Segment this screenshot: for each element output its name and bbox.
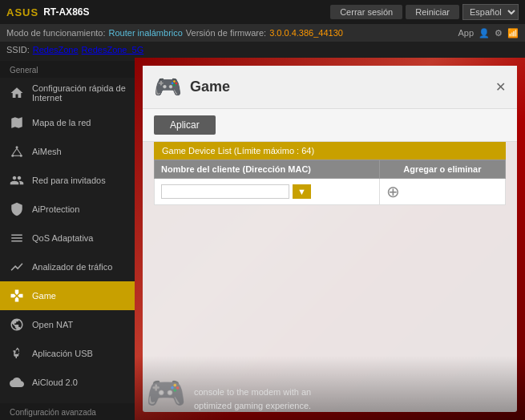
mac-input-cell: ▼ xyxy=(155,179,380,205)
mac-address-input[interactable] xyxy=(161,184,289,199)
sidebar-item-mapa-red[interactable]: Mapa de la red xyxy=(0,108,135,137)
sidebar-item-game[interactable]: Game xyxy=(0,281,135,310)
content-area: 🎮 Game ✕ Aplicar Game Device List (Límit… xyxy=(135,58,525,420)
device-list-header: Game Device List (Límite máximo : 64) xyxy=(154,142,506,160)
sidebar-item-qos[interactable]: QoS Adaptativa xyxy=(0,224,135,252)
bg-text-line1: console to the modem with an xyxy=(194,386,311,399)
table-header-row: Nombre del cliente (Dirección MAC) Agreg… xyxy=(155,160,506,179)
mesh-icon xyxy=(8,143,26,160)
mac-input-row: ▼ xyxy=(161,184,373,199)
controller-bg-icon: 🎮 xyxy=(146,374,186,412)
traffic-icon xyxy=(8,258,26,276)
sidebar-item-aicloud[interactable]: AiCloud 2.0 xyxy=(0,368,135,397)
guests-icon xyxy=(8,172,26,189)
svg-line-4 xyxy=(17,148,21,155)
mode-label: Modo de funcionamiento: xyxy=(6,28,106,38)
sidebar-label-aplicacion-usb: Aplicación USB xyxy=(32,349,93,358)
sidebar-label-open-nat: Open NAT xyxy=(32,320,73,329)
qos-icon xyxy=(8,229,26,247)
game-panel-close-button[interactable]: ✕ xyxy=(495,81,506,94)
logout-button[interactable]: Cerrar sesión xyxy=(330,5,402,19)
mode-value[interactable]: Router inalámbrico xyxy=(109,28,183,38)
top-bar-buttons: Cerrar sesión Reiniciar Español xyxy=(330,4,519,20)
svg-line-3 xyxy=(13,148,17,155)
game-panel-header: 🎮 Game ✕ xyxy=(143,66,517,109)
sidebar-label-aimesh: AiMesh xyxy=(32,147,62,156)
cloud-icon xyxy=(8,374,26,391)
plus-circle-icon: ⊕ xyxy=(386,182,400,201)
sidebar-label-aiprotection: AiProtection xyxy=(32,204,79,214)
firmware-value: 3.0.0.4.386_44130 xyxy=(269,28,343,38)
firmware-label: Versión de firmware: xyxy=(186,28,266,38)
sidebar-label-mapa-red: Mapa de la red xyxy=(32,118,91,127)
sidebar: General Configuración rápida de Internet… xyxy=(0,58,135,420)
bg-text-line2: optimized gaming experience. xyxy=(194,399,311,413)
ssid1-link[interactable]: RedesZone xyxy=(33,45,79,55)
game-panel-icon: 🎮 xyxy=(154,74,182,100)
game-icon xyxy=(8,287,26,305)
col-action: Agregar o eliminar xyxy=(379,160,505,179)
logo-area: ASUS RT-AX86S xyxy=(6,6,89,18)
nat-icon xyxy=(8,316,26,333)
table-row: ▼ ⊕ xyxy=(155,179,506,205)
info-bar: Modo de funcionamiento: Router inalámbri… xyxy=(0,24,525,42)
shield-icon xyxy=(8,200,26,218)
sidebar-item-analizador-trafico[interactable]: Analizador de tráfico xyxy=(0,252,135,281)
ssid2-link[interactable]: RedesZone_5G xyxy=(82,45,144,55)
sidebar-item-aplicacion-usb[interactable]: Aplicación USB xyxy=(0,339,135,368)
col-name: Nombre del cliente (Dirección MAC) xyxy=(155,160,380,179)
device-table: Nombre del cliente (Dirección MAC) Agreg… xyxy=(154,160,506,205)
app-label: App xyxy=(458,28,474,38)
sidebar-item-open-nat[interactable]: Open NAT xyxy=(0,310,135,339)
sidebar-label-configuracion-rapida: Configuración rápida de Internet xyxy=(32,83,127,103)
sidebar-item-configuracion-rapida[interactable]: Configuración rápida de Internet xyxy=(0,78,135,108)
general-section: General Configuración rápida de Internet… xyxy=(0,58,135,400)
sidebar-item-aimesh[interactable]: AiMesh xyxy=(0,137,135,166)
sidebar-label-analizador-trafico: Analizador de tráfico xyxy=(32,262,112,272)
person-icon: 👤 xyxy=(479,28,490,38)
model-name: RT-AX86S xyxy=(43,6,89,18)
dropdown-button[interactable]: ▼ xyxy=(293,184,311,199)
sidebar-label-game: Game xyxy=(32,291,56,301)
sidebar-item-red-invitados[interactable]: Red para invitados xyxy=(0,166,135,195)
wifi-icon: 📶 xyxy=(507,28,519,38)
sidebar-label-red-invitados: Red para invitados xyxy=(32,176,106,185)
general-title: General xyxy=(0,61,135,78)
house-icon xyxy=(8,84,26,102)
ssid-bar: SSID: RedesZone RedesZone_5G xyxy=(0,42,525,58)
sidebar-label-qos: QoS Adaptativa xyxy=(32,233,93,243)
main-layout: General Configuración rápida de Internet… xyxy=(0,58,525,420)
sidebar-label-aicloud: AiCloud 2.0 xyxy=(32,378,78,387)
advanced-title: Configuración avanzada xyxy=(0,403,135,420)
restart-button[interactable]: Reiniciar xyxy=(406,5,459,19)
svg-point-0 xyxy=(16,146,18,148)
asus-logo: ASUS xyxy=(6,6,38,18)
game-panel-title: Game xyxy=(190,79,230,95)
sidebar-item-aiprotection[interactable]: AiProtection xyxy=(0,195,135,224)
ssid-label: SSID: xyxy=(6,45,30,55)
apply-bar: Aplicar xyxy=(143,109,517,142)
language-select[interactable]: Español xyxy=(462,4,519,20)
device-list-title: Game Device List (Límite máximo : 64) xyxy=(162,146,314,155)
usb-icon xyxy=(8,345,26,362)
bg-text-block: console to the modem with an optimized g… xyxy=(194,386,311,412)
advanced-section: Configuración avanzada Inalámbrico LAN xyxy=(0,400,135,420)
add-btn-cell: ⊕ xyxy=(379,179,505,205)
top-bar: ASUS RT-AX86S Cerrar sesión Reiniciar Es… xyxy=(0,0,525,24)
bg-bottom: 🎮 console to the modem with an optimized… xyxy=(135,356,525,420)
map-icon xyxy=(8,114,26,131)
settings-icon[interactable]: ⚙ xyxy=(495,28,503,38)
apply-button[interactable]: Aplicar xyxy=(154,115,216,135)
add-device-button[interactable]: ⊕ xyxy=(386,182,400,201)
